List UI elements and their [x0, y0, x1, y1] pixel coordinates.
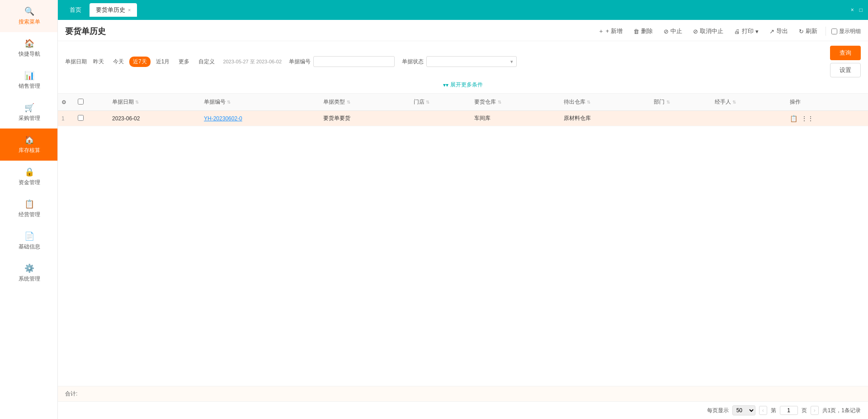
cell-date: 2023-06-02 — [108, 111, 200, 126]
th-req-warehouse-label: 要货仓库 — [474, 99, 496, 105]
active-tab-label: 要货单历史 — [96, 6, 125, 14]
expand-more-icon: ▾▾ — [443, 82, 448, 88]
th-checkbox — [74, 94, 108, 111]
sort-store-icon[interactable]: ⇅ — [426, 100, 429, 105]
page-size-select[interactable]: 50 100 200 — [732, 405, 755, 415]
th-dept-label: 部门 — [654, 99, 665, 105]
close-tab-icon[interactable]: × — [128, 7, 131, 13]
select-all-checkbox[interactable] — [78, 99, 84, 105]
th-handler-label: 经手人 — [715, 99, 731, 105]
finance-mgmt-icon: 🔒 — [24, 167, 34, 177]
th-store-label: 门店 — [414, 99, 425, 105]
setting-button[interactable]: 设置 — [830, 63, 861, 77]
doc-no-input[interactable] — [313, 56, 395, 67]
row-number: 1 — [61, 115, 65, 122]
export-label: 导出 — [776, 27, 788, 35]
row-checkbox[interactable] — [78, 115, 84, 121]
th-store: 门店 ⇅ — [410, 94, 471, 111]
expand-more-btn[interactable]: ▾▾ 展开更多条件 — [65, 81, 861, 89]
new-label: + 新增 — [606, 27, 623, 35]
query-button[interactable]: 查询 — [830, 46, 861, 60]
sidebar-item-basic-info[interactable]: 📄 基础信息 — [0, 225, 57, 257]
page-prefix: 第 — [771, 407, 776, 414]
export-button[interactable]: ↗ 导出 — [767, 25, 791, 37]
row-action-icons: 📋 ⋮⋮ — [790, 115, 864, 122]
th-date-label: 单据日期 — [112, 99, 134, 105]
topbar: 首页 要货单历史 × × □ — [58, 0, 868, 20]
sort-date-icon[interactable]: ⇅ — [135, 100, 139, 105]
sidebar-item-label: 资金管理 — [19, 179, 40, 186]
sidebar-item-search-menu[interactable]: 🔍 搜索菜单 — [0, 0, 57, 32]
sidebar-item-label: 采购管理 — [19, 114, 40, 122]
date-btn-1month[interactable]: 近1月 — [152, 57, 174, 67]
sort-doc-no-icon[interactable]: ⇅ — [227, 100, 231, 105]
sort-pending-warehouse-icon[interactable]: ⇅ — [587, 100, 590, 105]
sidebar-item-inventory[interactable]: 🏠 库存核算 — [0, 129, 57, 161]
sort-dept-icon[interactable]: ⇅ — [666, 100, 670, 105]
topbar-close-btn[interactable]: × — [851, 7, 854, 13]
sort-doc-type-icon[interactable]: ⇅ — [347, 100, 350, 105]
th-date: 单据日期 ⇅ — [108, 94, 200, 111]
sidebar-item-quick-nav[interactable]: 🏠 快捷导航 — [0, 32, 57, 64]
table-row: 1 2023-06-02 YH-20230602-0 要货单要货 车间库 原材料… — [58, 111, 868, 126]
basic-info-icon: 📄 — [24, 231, 34, 241]
cancel-stop-button[interactable]: ⊘ 取消中止 — [690, 25, 726, 37]
inventory-icon: 🏠 — [24, 135, 34, 145]
cell-doc-no: YH-20230602-0 — [200, 111, 320, 126]
pagination-total-info: 共1页，1条记录 — [822, 407, 861, 414]
pagination: 每页显示 50 100 200 ‹ 第 页 › 共1页，1条记录 — [58, 401, 868, 419]
topbar-minimize-btn[interactable]: □ — [859, 7, 863, 13]
page-number-input[interactable] — [780, 406, 798, 415]
date-btn-today[interactable]: 今天 — [109, 57, 127, 67]
status-select[interactable] — [426, 56, 517, 67]
new-button[interactable]: ＋ + 新增 — [595, 25, 625, 37]
sidebar-item-label: 系统管理 — [19, 275, 40, 283]
new-icon: ＋ — [598, 27, 604, 35]
home-tab-label: 首页 — [70, 6, 81, 14]
row-edit-icon[interactable]: 📋 — [790, 115, 797, 122]
sidebar-item-purchase-mgmt[interactable]: 🛒 采购管理 — [0, 96, 57, 129]
sidebar-item-ops-mgmt[interactable]: 📋 经营管理 — [0, 193, 57, 225]
sidebar-item-label: 基础信息 — [19, 243, 40, 251]
row-more-icon[interactable]: ⋮⋮ — [801, 115, 814, 122]
show-detail-label: 显示明细 — [839, 28, 861, 35]
show-detail-input[interactable] — [831, 29, 837, 34]
filter-action-buttons: 查询 设置 — [830, 46, 861, 77]
cell-checkbox — [74, 111, 108, 126]
date-btn-7days[interactable]: 近7天 — [129, 57, 151, 67]
tab-home[interactable]: 首页 — [63, 3, 88, 17]
main-area: 首页 要货单历史 × × □ 要货单历史 ＋ + 新增 🗑 删除 — [58, 0, 868, 419]
cell-dept — [650, 111, 711, 126]
tab-active[interactable]: 要货单历史 × — [90, 3, 137, 17]
th-req-warehouse: 要货仓库 ⇅ — [471, 94, 560, 111]
settings-col-icon[interactable]: ⚙ — [61, 99, 66, 105]
sales-mgmt-icon: 📊 — [24, 71, 34, 81]
print-dropdown-icon[interactable]: ▾ — [755, 28, 759, 35]
sidebar-item-finance-mgmt[interactable]: 🔒 资金管理 — [0, 161, 57, 193]
sort-handler-icon[interactable]: ⇅ — [732, 100, 736, 105]
th-action-label: 操作 — [790, 99, 801, 105]
sidebar-item-sales-mgmt[interactable]: 📊 销售管理 — [0, 64, 57, 96]
cell-store — [410, 111, 471, 126]
sidebar-item-sys-mgmt[interactable]: ⚙️ 系统管理 — [0, 257, 57, 289]
th-pending-warehouse: 待出仓库 ⇅ — [560, 94, 650, 111]
print-button[interactable]: 🖨 打印 ▾ — [731, 25, 761, 37]
toolbar: ＋ + 新增 🗑 删除 ⊘ 中止 ⊘ 取消中止 🖨 打印 — [595, 25, 861, 37]
show-detail-checkbox[interactable]: 显示明细 — [831, 28, 861, 35]
th-doc-type-label: 单据类型 — [323, 99, 345, 105]
th-doc-no: 单据编号 ⇅ — [200, 94, 320, 111]
date-btn-more[interactable]: 更多 — [175, 57, 193, 67]
doc-no-link[interactable]: YH-20230602-0 — [204, 115, 242, 122]
table-footer: 合计: — [58, 386, 868, 401]
cell-pending-warehouse: 原材料仓库 — [560, 111, 650, 126]
prev-page-btn[interactable]: ‹ — [759, 406, 767, 415]
purchase-mgmt-icon: 🛒 — [24, 103, 34, 113]
stop-button[interactable]: ⊘ 中止 — [661, 25, 685, 37]
sort-req-warehouse-icon[interactable]: ⇅ — [498, 100, 501, 105]
table-header-row: ⚙ 单据日期 ⇅ 单据编号 ⇅ — [58, 94, 868, 111]
delete-button[interactable]: 🗑 删除 — [631, 25, 656, 37]
refresh-button[interactable]: ↻ 刷新 — [796, 25, 820, 37]
next-page-btn[interactable]: › — [811, 406, 819, 415]
date-btn-custom[interactable]: 自定义 — [195, 57, 218, 67]
date-btn-yesterday[interactable]: 昨天 — [90, 57, 108, 67]
